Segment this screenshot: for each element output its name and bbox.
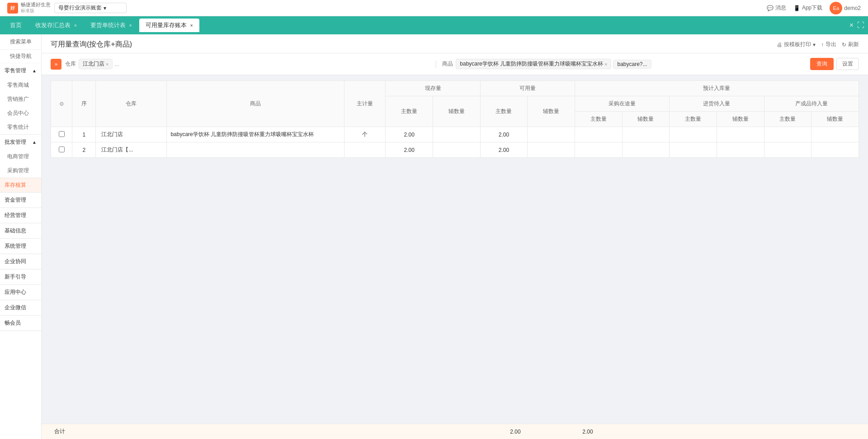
col-available-aux: 辅数量 bbox=[528, 96, 575, 127]
sidebar-section-wholesale-header[interactable]: 批发管理 ▲ bbox=[0, 135, 41, 150]
sidebar-search-text[interactable]: 搜索菜单 bbox=[4, 38, 38, 46]
warehouse-filter-more[interactable]: ... bbox=[114, 61, 119, 67]
row1-product: babycare学饮杯 儿童防摔防撞吸管杯重力球吸嘴杯宝宝水杯 bbox=[167, 127, 344, 142]
summary-currentstock-main: 2.00 bbox=[497, 429, 533, 435]
industry-selector[interactable]: 母婴行业演示账套 ▾ bbox=[54, 3, 127, 13]
logo-area: 好 畅捷通好生意 标准版 bbox=[7, 2, 51, 14]
sidebar-item-retail-stats[interactable]: 零售统计 bbox=[0, 120, 41, 134]
table-row: 1 江北门店 babycare学饮杯 儿童防摔防撞吸管杯重力球吸嘴杯宝宝水杯 个… bbox=[51, 127, 859, 142]
product-filter-tags: babycare学饮杯 儿童防摔防撞吸管杯重力球吸嘴杯宝宝水杯 × babyca… bbox=[456, 59, 807, 69]
col-available-header: 可用量 bbox=[480, 81, 575, 96]
row1-checkbox[interactable] bbox=[51, 127, 72, 142]
refresh-button[interactable]: ↻ 刷新 bbox=[842, 41, 859, 48]
product-filter: 商品 babycare学饮杯 儿童防摔防撞吸管杯重力球吸嘴杯宝宝水杯 × bab… bbox=[442, 59, 807, 69]
tab-bar: 首页 收发存汇总表 × 要货单统计表 × 可用量库存账本 × × ⛶ bbox=[0, 16, 868, 34]
page-title: 可用量查询(按仓库+商品) bbox=[51, 40, 132, 49]
col-production-pending-header: 产成品待入量 bbox=[764, 96, 859, 112]
main-layout: 搜索菜单 快捷导航 零售管理 ▲ 零售商城 营销推广 会员中心 零售统计 批发管… bbox=[0, 34, 868, 439]
sidebar-section-wholesale: 批发管理 ▲ 电商管理 采购管理 bbox=[0, 135, 41, 178]
top-bar-right: 💬 消息 📱 App下载 Ea demo2 bbox=[767, 2, 861, 14]
logo-text: 畅捷通好生意 标准版 bbox=[21, 2, 51, 14]
tab-maximize[interactable]: ⛶ bbox=[857, 21, 864, 29]
row2-currentstock-main: 2.00 bbox=[386, 142, 433, 158]
col-incoming-pending-header: 进货待入量 bbox=[670, 96, 764, 112]
tab-available-inventory[interactable]: 可用量库存账本 × bbox=[139, 19, 199, 32]
warehouse-filter: 仓库 江北门店 × ... bbox=[65, 59, 429, 69]
message-button[interactable]: 💬 消息 bbox=[767, 4, 786, 12]
product-tag-1-remove[interactable]: × bbox=[604, 61, 607, 67]
sidebar-section-inventory-header[interactable]: 库存核算 bbox=[0, 178, 41, 192]
product-filter-label: 商品 bbox=[442, 60, 453, 68]
tab-actions: × ⛶ bbox=[849, 21, 864, 29]
row2-purchase-aux bbox=[622, 142, 670, 158]
row1-production-main bbox=[764, 127, 811, 142]
col-product-header: 商品 bbox=[167, 81, 344, 127]
col-production-aux: 辅数量 bbox=[811, 112, 859, 127]
data-table: ⚙ 序 仓库 商品 主计量 现存量 可用量 预计入库量 主数量 辅数量 主数量 bbox=[51, 80, 859, 158]
sidebar-section-finance-header[interactable]: 资金管理 bbox=[0, 193, 41, 208]
sidebar-section-newguide-header[interactable]: 新手引导 bbox=[0, 269, 41, 284]
avatar: Ea bbox=[830, 2, 842, 14]
tab-order-stats[interactable]: 要货单统计表 × bbox=[84, 19, 138, 32]
export-button[interactable]: ↑ 导出 bbox=[821, 41, 836, 48]
query-button[interactable]: 查询 bbox=[810, 58, 834, 70]
sidebar-item-member[interactable]: 会员中心 bbox=[0, 106, 41, 120]
product-tag-2: babycare?... bbox=[613, 60, 651, 69]
sidebar-nav-quicknav[interactable]: 快捷导航 bbox=[0, 50, 41, 63]
export-icon: ↑ bbox=[821, 42, 824, 48]
product-tag-1: babycare学饮杯 儿童防摔防撞吸管杯重力球吸嘴杯宝宝水杯 × bbox=[456, 59, 611, 69]
table-row: 2 江北门店【... 2.00 2.00 bbox=[51, 142, 859, 158]
sidebar: 搜索菜单 快捷导航 零售管理 ▲ 零售商城 营销推广 会员中心 零售统计 批发管… bbox=[0, 34, 42, 439]
tab-home[interactable]: 首页 bbox=[4, 19, 28, 32]
row2-currentstock-aux bbox=[433, 142, 481, 158]
download-icon: 📱 bbox=[793, 5, 800, 11]
row2-product bbox=[167, 142, 344, 158]
tab-close-order[interactable]: × bbox=[129, 23, 132, 28]
row2-checkbox[interactable] bbox=[51, 142, 72, 158]
sidebar-section-enterprise: 企业协同 bbox=[0, 254, 41, 269]
user-menu[interactable]: Ea demo2 bbox=[830, 2, 861, 14]
sidebar-section-member2-header[interactable]: 畅会员 bbox=[0, 316, 41, 330]
sidebar-section-wechat-header[interactable]: 企业微信 bbox=[0, 300, 41, 315]
settings-button[interactable]: 设置 bbox=[836, 58, 859, 70]
expand-wholesale-icon: ▲ bbox=[32, 140, 37, 145]
sidebar-section-retail-header[interactable]: 零售管理 ▲ bbox=[0, 63, 41, 78]
row1-incoming-main bbox=[670, 127, 717, 142]
col-currentstock-header: 现存量 bbox=[386, 81, 480, 96]
page-actions: 🖨 按模板打印 ▾ ↑ 导出 ↻ 刷新 bbox=[777, 41, 859, 48]
col-settings[interactable]: ⚙ bbox=[51, 81, 72, 127]
row2-warehouse: 江北门店【... bbox=[96, 142, 167, 158]
sidebar-section-system-header[interactable]: 系统管理 bbox=[0, 239, 41, 254]
summary-available-main: 2.00 bbox=[570, 429, 606, 435]
tab-close-receipt[interactable]: × bbox=[74, 23, 77, 28]
print-button[interactable]: 🖨 按模板打印 ▾ bbox=[777, 41, 816, 48]
row1-currentstock-aux bbox=[433, 127, 481, 142]
col-seq-header: 序 bbox=[72, 81, 96, 127]
row1-production-aux bbox=[811, 127, 859, 142]
tab-receipt-summary[interactable]: 收发存汇总表 × bbox=[29, 19, 83, 32]
sidebar-section-operations-header[interactable]: 经营管理 bbox=[0, 208, 41, 223]
sidebar-section-appcenter-header[interactable]: 应用中心 bbox=[0, 285, 41, 300]
sidebar-item-marketing[interactable]: 营销推广 bbox=[0, 92, 41, 106]
warehouse-tag-remove[interactable]: × bbox=[106, 61, 108, 67]
sidebar-item-purchase[interactable]: 采购管理 bbox=[0, 164, 41, 178]
col-mainunit-header: 主计量 bbox=[344, 81, 386, 127]
sidebar-section-basic-header[interactable]: 基础信息 bbox=[0, 223, 41, 238]
app-download-button[interactable]: 📱 App下载 bbox=[793, 4, 822, 12]
col-currentstock-aux: 辅数量 bbox=[433, 96, 481, 127]
col-currentstock-main: 主数量 bbox=[386, 96, 433, 127]
col-purchase-aux: 辅数量 bbox=[622, 112, 670, 127]
tab-close-all[interactable]: × bbox=[849, 21, 854, 29]
tab-close-inventory[interactable]: × bbox=[190, 23, 193, 28]
row2-seq: 2 bbox=[72, 142, 96, 158]
table-settings-icon[interactable]: ⚙ bbox=[59, 101, 64, 107]
sidebar-item-ecommerce[interactable]: 电商管理 bbox=[0, 150, 41, 164]
filter-expand-button[interactable]: » bbox=[51, 59, 61, 70]
row2-mainunit bbox=[344, 142, 386, 158]
filter-actions: 查询 设置 bbox=[810, 58, 859, 70]
sidebar-item-retail-mall[interactable]: 零售商城 bbox=[0, 78, 41, 92]
bottom-bar: 合计 2.00 2.00 bbox=[42, 424, 868, 439]
summary-label: 合计 bbox=[51, 428, 114, 435]
sidebar-search[interactable]: 搜索菜单 bbox=[0, 34, 41, 50]
sidebar-section-enterprise-header[interactable]: 企业协同 bbox=[0, 254, 41, 269]
